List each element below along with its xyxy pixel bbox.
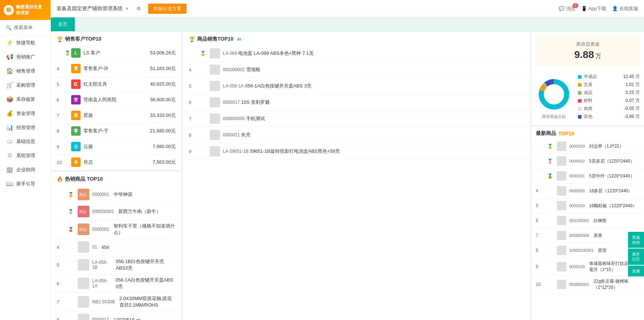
- customer-item-8[interactable]: 10 肖 肖总 7,563.00元: [51, 155, 182, 170]
- sidebar-item-basic-info[interactable]: 🗂 基础信息: [0, 135, 50, 148]
- sold-info-7: LA-59651-1B 59651-1B旋转投影灯电池盒ABS黑色+58壳: [223, 148, 524, 155]
- sidebar-item-guide[interactable]: 📖 新手引导: [0, 177, 50, 191]
- np-item-2[interactable]: 🥈 0000032 5层多层（1220*2440）: [531, 154, 644, 169]
- hp-medal-2: 🥈: [67, 209, 75, 214]
- sidebar-item-quick-nav[interactable]: ⚡ 快捷导航: [0, 36, 50, 50]
- sold-thumb-7: [210, 146, 220, 156]
- customer-item-4[interactable]: 6 苦 苦南县人民医院 36,600.00元: [51, 92, 182, 108]
- svg-rect-29: [557, 201, 566, 210]
- sold-name-3: 056-1A白色按键开关盖ABS 3壳: [245, 83, 311, 89]
- np-code-5: 0000029: [569, 204, 585, 208]
- customer-avatar-4: 苦: [71, 95, 81, 104]
- dropdown-icon[interactable]: ▼: [125, 6, 129, 11]
- np-code-2: 0000032: [569, 159, 585, 163]
- hot-products-label: 热销商品 TOP10: [65, 176, 103, 182]
- tab-home[interactable]: 首页: [51, 17, 75, 31]
- sold-thumb-3: [210, 81, 220, 91]
- new-products-list: 🥇 0000033 封边带（1.0*22） 🥈 0000032 5层多层（122…: [531, 139, 644, 294]
- sold-thumb-5: [210, 114, 220, 124]
- sold-name-7: 59651-1B旋转投影灯电池盒ABS黑色+58壳: [250, 148, 339, 154]
- search-menu-button[interactable]: 🔍 搜索菜单: [4, 23, 47, 32]
- system-title-text: 装备及固定资产辅助管理系统: [57, 5, 123, 12]
- sold-code-5: 000800005: [223, 116, 245, 121]
- np-item-7[interactable]: 7 000800008 原查: [531, 228, 644, 243]
- sidebar-item-finance[interactable]: 💰 资金管理: [0, 106, 50, 120]
- np-item-9[interactable]: 9 0000028 体城嘉枚味苏打饮品400毫升（1*15）: [531, 258, 644, 276]
- sold-item-1[interactable]: 🥇 LA-089 电池盖 LA-089 ABS本色+黑种 7.1克: [183, 45, 530, 62]
- np-code-9: 0000028: [569, 264, 585, 269]
- sidebar-item-management[interactable]: 📊 经营管理: [0, 120, 50, 135]
- sidebar-item-enterprise[interactable]: 🏢 企业协同: [0, 163, 50, 177]
- customer-item-7[interactable]: 9 云 云扬 7,680.00元: [51, 139, 182, 155]
- svg-rect-18: [210, 146, 220, 156]
- hot-product-2[interactable]: 🥈 商品 000500001 新西兰牛肉（新牛）: [57, 203, 176, 220]
- nav-label: 销售管理: [16, 68, 35, 74]
- np-item-8[interactable]: 8 10000100001 原堂: [531, 243, 644, 258]
- np-item-3[interactable]: 🥉 0000031 5层中纤（1220*2440）: [531, 169, 644, 184]
- customer-name-1: LS 客户: [83, 50, 150, 56]
- svg-rect-13: [210, 65, 220, 75]
- np-item-5[interactable]: 5 0000029 18颗粒板（1220*2440）: [531, 198, 644, 213]
- sold-item-5[interactable]: 7 000800005 手机测试: [183, 111, 530, 127]
- sold-name-4: 10S 变刹罗籁: [241, 99, 270, 105]
- sold-item-2[interactable]: 4 001000002 雪地靴: [183, 62, 530, 78]
- np-item-10[interactable]: 10 003800001 22g鱼豆腐-烧烤味（1*12*20）: [531, 276, 644, 294]
- legend-item-2: 成品 0.25 万: [578, 90, 640, 96]
- quick-nav-icon: ⚡: [6, 39, 13, 46]
- nav-label: 企业协同: [16, 167, 35, 173]
- panel-center: 🏆 商品销售TOP10 Ai 🥇 LA-089 电池盖 LA-089 ABS本色…: [182, 32, 531, 320]
- sold-item-7[interactable]: 9 LA-59651-1B 59651-1B旋转投影灯电池盒ABS黑色+58壳: [183, 143, 530, 160]
- customer-item-1[interactable]: 🥇 L LS 客户 53,006.26元: [51, 45, 182, 61]
- system-icon: ⚙: [6, 152, 13, 159]
- sidebar-item-purchase[interactable]: 🛒 采购管理: [0, 78, 50, 92]
- hot-product-1[interactable]: 🥇 商品 0000001 中华神器: [57, 186, 176, 203]
- sold-item-3[interactable]: 5 LA-056-1A 056-1A白色按键开关盖ABS 3壳: [183, 78, 530, 94]
- customer-name-3: 红太阳文具: [83, 81, 150, 87]
- panel-right: 库存总资金 9.88 万: [531, 32, 644, 320]
- online-service-button[interactable]: 👤 在线客服: [612, 5, 638, 12]
- app-download-button[interactable]: 📱 App下载: [581, 5, 606, 12]
- sidebar-item-inventory[interactable]: 📦 库存核算: [0, 92, 50, 106]
- hp-name-6: 056-1A白色按键开关盖ABS 3壳: [115, 277, 176, 290]
- hot-product-6[interactable]: 6 LA-056-1A 056-1A白色按键开关盖ABS 3壳: [57, 274, 176, 293]
- sold-item-4[interactable]: 6 0000017 10S 变刹罗籁: [183, 94, 530, 111]
- settings-button[interactable]: ⚙: [134, 4, 144, 14]
- customer-item-6[interactable]: 8 零 零售客户-于 21,680.00元: [51, 123, 182, 139]
- sold-name-2: 雪地靴: [246, 67, 260, 72]
- hot-product-5[interactable]: 5 LA-056-1B 056-1B白色按键开关壳ABS2壳: [57, 256, 176, 274]
- sold-item-6[interactable]: 8 0000021 夹壳: [183, 127, 530, 143]
- customer-amount-4: 36,600.00元: [150, 97, 176, 103]
- sold-thumb-4: [210, 97, 220, 107]
- rank-num-8: 10: [57, 160, 64, 165]
- hot-product-3[interactable]: 🥉 商品 0000002 智利车子里（规格不知道填什么）: [57, 220, 176, 239]
- sold-code-6: 0000021: [223, 132, 240, 138]
- panel-left: 🏆 销售客户TOP10 🥇 L LS 客户 53,006.26元 4 零 零: [51, 32, 182, 320]
- customer-item-5[interactable]: 7 星 星扬 33,333.00元: [51, 108, 182, 123]
- np-item-1[interactable]: 🥇 0000033 封边带（1.0*22）: [531, 139, 644, 154]
- sidebar-item-sales[interactable]: 🏠 销售管理: [0, 64, 50, 78]
- hp-medal-1: 🥇: [67, 192, 75, 197]
- message-button[interactable]: 💬 消息 6: [559, 5, 575, 12]
- sidebar-item-marketing[interactable]: 📢 营销推广: [0, 50, 50, 64]
- np-medal-2: 🥈: [546, 159, 554, 164]
- sidebar-item-system[interactable]: ⚙ 系统管理: [0, 148, 50, 163]
- hot-product-4[interactable]: 4 01 45#: [57, 239, 176, 256]
- hot-product-8[interactable]: 8 0000011 12070519-xs: [57, 311, 176, 320]
- hot-product-7[interactable]: 7 NB2.0X30B 2.0X30MM双搓花轴,搓花直径2.1MM/ROHS: [57, 293, 176, 311]
- hp-medal-3: 🥉: [67, 227, 75, 232]
- customer-item-2[interactable]: 4 零 零售客户-许 51,183.00元: [51, 61, 182, 77]
- svg-rect-6: [78, 242, 89, 252]
- float-btn-community[interactable]: 服务社区: [628, 249, 644, 265]
- np-thumb-8: [557, 246, 566, 255]
- np-name-7: 原查: [594, 233, 602, 239]
- float-btn-live[interactable]: 直播: [628, 266, 644, 276]
- float-btn-service[interactable]: 客服热线: [628, 232, 644, 248]
- fire-icon: 🔥: [57, 176, 63, 182]
- customer-item-3[interactable]: 5 红 红太阳文具 40,925.00元: [51, 77, 182, 92]
- sidebar-search[interactable]: 🔍 搜索菜单: [0, 20, 50, 36]
- svg-rect-7: [78, 260, 89, 270]
- trial-button[interactable]: 体验行业方案: [148, 4, 187, 14]
- np-item-4[interactable]: 4 0000030 18多层（1220*2440）: [531, 184, 644, 198]
- sold-info-5: 000800005 手机测试: [223, 115, 524, 122]
- np-item-6[interactable]: 6 004100001 白钢垫: [531, 213, 644, 228]
